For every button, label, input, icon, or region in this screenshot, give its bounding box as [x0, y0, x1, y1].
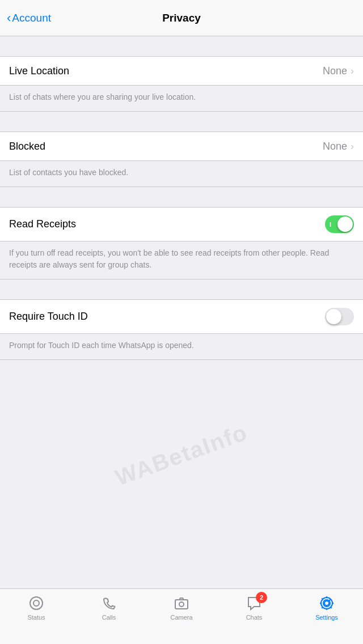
live-location-row[interactable]: Live Location None › — [0, 57, 363, 85]
back-button[interactable]: ‹ Account — [7, 12, 51, 24]
svg-rect-2 — [175, 600, 188, 609]
tab-chats[interactable]: 2 Chats — [218, 595, 290, 621]
read-receipts-description: If you turn off read receipts, you won't… — [0, 242, 363, 279]
tab-camera-label: Camera — [170, 614, 192, 621]
calls-icon — [100, 595, 117, 612]
live-location-desc-text: List of chats where you are sharing your… — [9, 92, 196, 101]
blocked-row[interactable]: Blocked None › — [0, 132, 363, 160]
back-label: Account — [12, 12, 51, 24]
touch-id-section: Require Touch ID — [0, 299, 363, 334]
settings-icon — [318, 595, 335, 612]
chevron-right-icon: › — [351, 65, 354, 77]
toggle-on-indicator: I — [330, 221, 331, 228]
live-location-value: None — [323, 65, 347, 77]
blocked-section: Blocked None › — [0, 132, 363, 161]
tab-camera[interactable]: Camera — [145, 595, 218, 621]
touch-id-label: Require Touch ID — [9, 311, 88, 323]
read-receipts-label: Read Receipts — [9, 218, 76, 230]
svg-point-3 — [179, 602, 184, 607]
tab-calls[interactable]: Calls — [73, 595, 145, 621]
read-receipts-desc-text: If you turn off read receipts, you won't… — [9, 248, 329, 269]
read-receipts-section: Read Receipts I — [0, 207, 363, 242]
live-location-label: Live Location — [9, 65, 69, 77]
tab-calls-label: Calls — [102, 614, 116, 621]
svg-point-0 — [30, 597, 43, 609]
blocked-value: None — [323, 141, 347, 152]
chevron-left-icon: ‹ — [7, 12, 11, 24]
blocked-label: Blocked — [9, 141, 45, 152]
svg-point-1 — [33, 600, 39, 606]
live-location-section: Live Location None › — [0, 56, 363, 86]
blocked-value-group: None › — [323, 141, 354, 152]
blocked-description: List of contacts you have blocked. — [0, 161, 363, 187]
navigation-header: ‹ Account Privacy — [0, 0, 363, 36]
blocked-desc-text: List of contacts you have blocked. — [9, 168, 128, 177]
status-icon — [28, 595, 45, 612]
toggle-thumb — [337, 217, 353, 232]
tab-status-label: Status — [27, 614, 45, 621]
tab-status[interactable]: Status — [0, 595, 73, 621]
read-receipts-toggle[interactable]: I — [325, 215, 354, 233]
touch-id-description: Prompt for Touch ID each time WhatsApp i… — [0, 334, 363, 360]
touch-id-desc-text: Prompt for Touch ID each time WhatsApp i… — [9, 341, 194, 350]
touch-id-toggle[interactable] — [325, 308, 354, 325]
page-title: Privacy — [162, 12, 201, 24]
live-location-description: List of chats where you are sharing your… — [0, 86, 363, 112]
section-gap-3 — [0, 279, 363, 299]
section-gap-1 — [0, 112, 363, 132]
tab-chats-label: Chats — [246, 614, 263, 621]
chats-badge: 2 — [256, 592, 267, 603]
chats-icon: 2 — [246, 595, 263, 612]
camera-icon — [173, 595, 190, 612]
read-receipts-row: Read Receipts I — [0, 207, 363, 241]
toggle-thumb-off — [326, 309, 341, 324]
tab-settings-label: Settings — [315, 614, 338, 621]
tab-settings[interactable]: Settings — [290, 595, 363, 621]
section-gap-2 — [0, 187, 363, 207]
tab-bar: Status Calls Camera 2 Chats — [0, 588, 363, 644]
chevron-right-icon-2: › — [351, 141, 354, 152]
live-location-value-group: None › — [323, 65, 354, 77]
section-gap-top — [0, 36, 363, 56]
content-area: Live Location None › List of chats where… — [0, 36, 363, 417]
touch-id-row: Require Touch ID — [0, 300, 363, 333]
svg-point-4 — [324, 601, 329, 605]
